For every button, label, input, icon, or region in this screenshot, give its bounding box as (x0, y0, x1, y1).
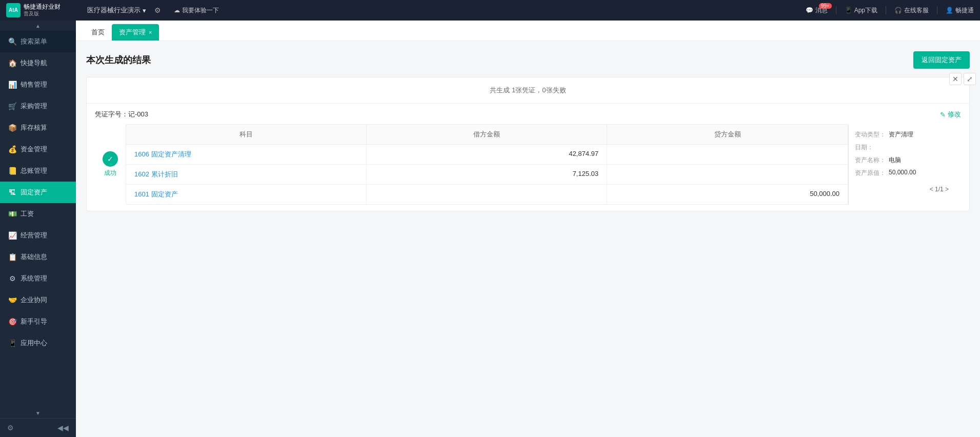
col-subject: 科目 (126, 125, 367, 144)
message-icon: 💬 (806, 7, 813, 14)
sidebar-item-guide[interactable]: 🎯 新手引导 (0, 311, 76, 332)
panel-controls: ✕ ⤢ (945, 71, 980, 87)
company-selector[interactable]: 医疗器械行业演示 ▾ (87, 6, 146, 15)
sidebar-item-label: 库存核算 (21, 123, 47, 132)
info-original-value: 资产原值： 50,000.00 (855, 169, 955, 177)
pagination[interactable]: < 1/1 > (855, 182, 955, 197)
sidebar-item-fund[interactable]: 💰 资金管理 (0, 138, 76, 160)
return-button[interactable]: 返回固定资产 (913, 51, 970, 69)
app-download-label: App下载 (854, 6, 877, 15)
home-icon: 🏠 (8, 59, 16, 67)
side-info: 变动类型： 资产清理 日期： 资产名称： 电脑 (848, 124, 961, 205)
row2-account: 1602 累计折旧 (126, 165, 367, 184)
gear-icon: ⚙ (154, 6, 161, 14)
row1-credit (607, 145, 848, 164)
voucher-section: 凭证字号：记-003 ✎ 修改 ✓ 成功 (87, 104, 969, 211)
sidebar-item-fixed-assets[interactable]: 🏗 固定资产 (0, 182, 76, 203)
voucher-table: 科目 借方金额 贷方金额 1606 固定资产清理 42,874.97 (126, 124, 848, 205)
original-value-value: 50,000.00 (889, 169, 916, 177)
cloud-icon: ☁ (174, 7, 180, 14)
sidebar-scroll-up[interactable]: ▲ (0, 21, 76, 31)
app-download-btn[interactable]: 📱 App下载 (845, 6, 877, 15)
page-title: 本次生成的结果 (86, 54, 151, 66)
sidebar-item-purchase[interactable]: 🛒 采购管理 (0, 95, 76, 117)
sidebar-item-inventory[interactable]: 📦 库存核算 (0, 117, 76, 138)
sidebar-item-search[interactable]: 🔍 搜索菜单 (0, 31, 76, 52)
tab-asset-mgmt[interactable]: 资产管理 × (112, 24, 159, 41)
close-panel-btn[interactable]: ✕ (949, 73, 962, 85)
header-center: 医疗器械行业演示 ▾ ⚙ ☁ 我要体验一下 (82, 3, 806, 17)
sidebar-item-enterprise[interactable]: 🤝 企业协同 (0, 289, 76, 311)
table-header: 科目 借方金额 贷方金额 (126, 125, 848, 145)
sidebar-item-label: 系统管理 (21, 274, 47, 283)
sidebar-footer: ⚙ ◀◀ (0, 418, 76, 437)
sidebar-item-label: 基础信息 (21, 252, 47, 262)
original-value-label: 资产原值： (855, 169, 886, 177)
row3-credit: 50,000.00 (607, 185, 848, 204)
sidebar-item-payroll[interactable]: 💵 工资 (0, 203, 76, 225)
date-label: 日期： (855, 143, 873, 152)
change-type-label: 变动类型： (855, 130, 886, 139)
success-icon: ✓ (103, 151, 118, 167)
page-header: 本次生成的结果 返回固定资产 (86, 51, 970, 69)
row1-account: 1606 固定资产清理 (126, 145, 367, 164)
tabs-bar: 首页 资产管理 × (76, 21, 980, 41)
system-icon: ⚙ (8, 274, 16, 283)
sidebar-item-quick-nav[interactable]: 🏠 快捷导航 (0, 52, 76, 74)
expand-panel-btn[interactable]: ⤢ (964, 73, 976, 85)
success-text: 成功 (104, 169, 116, 177)
sidebar-item-label: 销售管理 (21, 80, 47, 89)
page-content: 本次生成的结果 返回固定资产 共生成 1张凭证，0张失败 凭证字号：记-003 … (76, 41, 980, 437)
sidebar-item-label: 搜索菜单 (21, 37, 47, 46)
basic-info-icon: 📋 (8, 253, 16, 261)
sidebar-item-system[interactable]: ⚙ 系统管理 (0, 268, 76, 289)
sidebar-settings-btn[interactable]: ⚙ (7, 424, 14, 432)
result-panel: 共生成 1张凭证，0张失败 凭证字号：记-003 ✎ 修改 ✓ (86, 77, 970, 211)
data-section: ✓ 成功 科目 借方金额 贷方金额 (95, 124, 961, 205)
logo-icon: AtA (6, 3, 21, 17)
message-btn[interactable]: 💬 消息 99+ (806, 6, 828, 15)
edit-button[interactable]: ✎ 修改 (940, 110, 961, 119)
divider2 (886, 6, 886, 14)
row1-debit: 42,874.97 (367, 145, 607, 164)
content-area: 首页 资产管理 × 本次生成的结果 返回固定资产 共生成 1张凭证，0张失败 凭… (76, 21, 980, 437)
sidebar-item-label: 工资 (21, 209, 34, 218)
info-change-type: 变动类型： 资产清理 (855, 130, 955, 139)
row3-debit (367, 185, 607, 204)
tab-home[interactable]: 首页 (84, 24, 112, 41)
sidebar-item-app-center[interactable]: 📱 应用中心 (0, 332, 76, 354)
search-icon: 🔍 (8, 37, 16, 46)
sidebar-item-label: 固定资产 (21, 188, 47, 197)
online-service-label: 在线客服 (904, 6, 929, 15)
sidebar-collapse-btn[interactable]: ◀◀ (57, 424, 69, 432)
sidebar-item-label: 资金管理 (21, 145, 47, 154)
divider (836, 6, 836, 14)
online-service-btn[interactable]: 🎧 在线客服 (894, 6, 929, 15)
result-summary: 共生成 1张凭证，0张失败 (87, 77, 969, 104)
table-row: 1601 固定资产 50,000.00 (126, 185, 848, 204)
experience-btn[interactable]: ☁ 我要体验一下 (174, 6, 219, 15)
sidebar-item-basic-info[interactable]: 📋 基础信息 (0, 246, 76, 268)
sidebar-scroll-down[interactable]: ▼ (0, 408, 76, 418)
sidebar-item-ledger[interactable]: 📒 总账管理 (0, 160, 76, 182)
user-icon: 👤 (946, 7, 953, 14)
main-layout: ▲ 🔍 搜索菜单 🏠 快捷导航 📊 销售管理 🛒 采购管理 📦 库存核算 (0, 21, 980, 437)
logo-area: AtA 畅捷通好业财 普及版 (6, 3, 82, 17)
pagination-text: < 1/1 > (930, 186, 949, 193)
sidebar-item-sales[interactable]: 📊 销售管理 (0, 74, 76, 95)
experience-label: 我要体验一下 (182, 6, 219, 15)
sidebar-scroll: 🔍 搜索菜单 🏠 快捷导航 📊 销售管理 🛒 采购管理 📦 库存核算 💰 (0, 31, 76, 408)
sidebar-item-operations[interactable]: 📈 经营管理 (0, 225, 76, 246)
table-row: 1606 固定资产清理 42,874.97 (126, 145, 848, 165)
user-btn[interactable]: 👤 畅捷通 (946, 6, 974, 15)
tab-close-btn[interactable]: × (149, 29, 152, 35)
row2-debit: 7,125.03 (367, 165, 607, 184)
settings-icon-btn[interactable]: ⚙ (150, 3, 165, 17)
purchase-icon: 🛒 (8, 102, 16, 110)
voucher-table-wrap: ✓ 成功 科目 借方金额 贷方金额 (95, 124, 848, 205)
voucher-no: 凭证字号：记-003 (95, 110, 148, 119)
fixed-assets-icon: 🏗 (8, 188, 16, 196)
company-name: 医疗器械行业演示 (87, 6, 141, 15)
chevron-down-icon: ▾ (143, 7, 146, 14)
row2-credit (607, 165, 848, 184)
